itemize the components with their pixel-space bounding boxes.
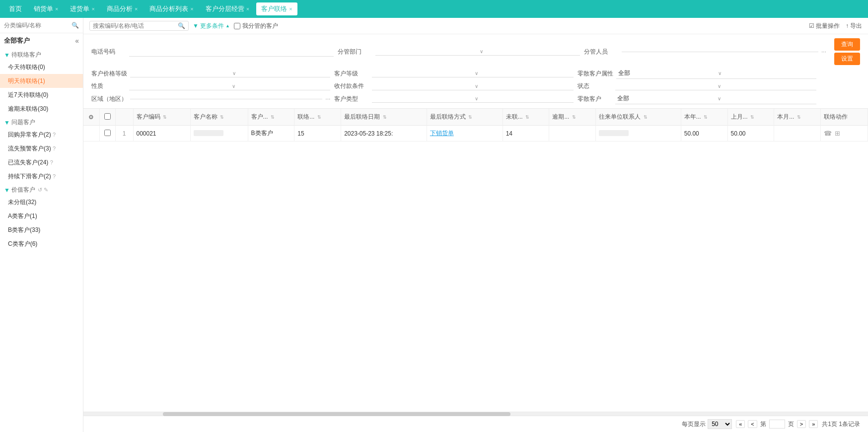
col-last-contact-method-header[interactable]: 最后联络方式 ⇅ [427, 109, 503, 126]
nav-product-analysis-close[interactable]: × [135, 6, 138, 12]
sidebar-item-class-c[interactable]: C类客户(6) [0, 237, 83, 251]
nav-product-analysis-list-close[interactable]: × [190, 6, 193, 12]
status-arrow-icon: ∨ [716, 82, 816, 90]
nav-sales[interactable]: 销货单 × [29, 2, 63, 15]
region-ellipsis[interactable]: ··· [325, 95, 330, 102]
top-nav: 首页 销货单 × 进货单 × 商品分析 × 商品分析列表 × 客户分层经营 × … [0, 0, 868, 18]
row-index-cell: 1 [115, 126, 133, 142]
sidebar-item-lost[interactable]: 已流失客户(24) ? [0, 155, 83, 169]
filter-dept-select[interactable]: ∨ [375, 48, 580, 56]
filter-customer-level-select[interactable]: ∨ [372, 70, 573, 77]
col-contact-header[interactable]: 联络... ⇅ [294, 109, 341, 126]
sidebar-item-today[interactable]: 今天待联络(0) [0, 60, 83, 74]
nav-home[interactable]: 首页 [4, 2, 27, 15]
scrollbar-thumb[interactable] [163, 412, 510, 416]
page-size-select[interactable]: 102050100 [708, 419, 732, 429]
sidebar-all-customers[interactable]: 全部客户 « [0, 33, 83, 48]
sidebar-item-ungrouped[interactable]: 未分组(32) [0, 195, 83, 209]
sidebar-search-input[interactable] [4, 22, 70, 29]
filter-nature-select[interactable]: ∨ [129, 82, 330, 90]
sidebar-group-pending-contact[interactable]: ▼ 待联络客户 [0, 48, 83, 60]
horizontal-scrollbar[interactable] [83, 412, 868, 416]
col-unit-contact-header[interactable]: 往来单位联系人 ⇅ [596, 109, 681, 126]
sidebar-search-icon[interactable]: 🔍 [72, 22, 79, 29]
my-customers-checkbox[interactable] [234, 23, 240, 29]
col-last-month-header[interactable]: 上月... ⇅ [727, 109, 774, 126]
col-customer-name-header[interactable]: 客户名称 ⇅ [191, 109, 248, 126]
col-last-contact-date-header[interactable]: 最后联络日期 ⇅ [341, 109, 427, 126]
manager-ellipsis[interactable]: ··· [821, 48, 826, 55]
row-customer-name-cell [191, 126, 248, 142]
row-last-contact-method-cell[interactable]: 下销货单 [427, 126, 503, 142]
setting-button[interactable]: 设置 [834, 53, 860, 65]
row-gear-cell [83, 126, 99, 142]
page-input[interactable]: 1 [769, 420, 785, 429]
sort-overdue-icon: ⇅ [572, 115, 576, 120]
contact-action-icon[interactable]: ☎ [824, 130, 832, 137]
filter-price-level-select[interactable]: ∨ [130, 70, 330, 77]
col-overdue-header[interactable]: 逾期... ⇅ [549, 109, 596, 126]
next-page-btn[interactable]: > [797, 420, 806, 428]
select-all-checkbox[interactable] [104, 113, 111, 120]
sidebar-item-class-a[interactable]: A类客户(1) [0, 209, 83, 223]
sidebar-search-area: 🔍 [0, 18, 83, 33]
nature-arrow-icon: ∨ [230, 82, 331, 90]
sidebar-item-overdue[interactable]: 逾期未联络(30) [0, 102, 83, 116]
sidebar-item-repeat-abnormal[interactable]: 回购异常客户(2) ? [0, 128, 83, 142]
col-customer-type-header[interactable]: 客户... ⇅ [248, 109, 294, 126]
filter-customer-type-select[interactable]: ∨ [372, 95, 573, 103]
row-this-month-cell [774, 126, 821, 142]
nav-customer-contact-close[interactable]: × [289, 6, 292, 12]
query-button[interactable]: 查询 [834, 38, 860, 51]
nav-customer-segment-close[interactable]: × [246, 6, 249, 12]
search-box[interactable]: 🔍 [89, 21, 189, 31]
sidebar-group-value-customers[interactable]: ▼ 价值客户 ↺ ✎ [0, 183, 83, 195]
filter-retail-attr-select[interactable]: 全部 ∨ [616, 68, 816, 79]
col-gear-header[interactable]: ⚙ [83, 109, 99, 126]
col-this-year-header[interactable]: 本年... ⇅ [681, 109, 727, 126]
col-uncontacted-header[interactable]: 未联... ⇅ [503, 109, 549, 126]
sidebar-item-lost-risk[interactable]: 流失预警客户(3) ? [0, 142, 83, 155]
filter-retail-customer-select[interactable]: 全部 ∨ [615, 93, 816, 104]
nav-product-analysis[interactable]: 商品分析 × [102, 2, 143, 15]
nav-product-analysis-list[interactable]: 商品分析列表 × [145, 2, 198, 15]
search-icon[interactable]: 🔍 [178, 22, 185, 29]
search-input[interactable] [93, 22, 176, 29]
filter-payment-select[interactable]: ∨ [372, 82, 573, 90]
filter-status-select[interactable]: ∨ [615, 82, 816, 90]
sidebar-item-class-b[interactable]: B类客户(33) [0, 223, 83, 237]
customer-type-arrow-icon: ∨ [473, 95, 574, 102]
col-this-month-header[interactable]: 本月... ⇅ [774, 109, 821, 126]
row-check-cell[interactable] [99, 126, 115, 142]
prev-page-btn[interactable]: < [748, 420, 757, 428]
qr-action-icon[interactable]: ⊞ [835, 130, 840, 137]
row-checkbox[interactable] [104, 130, 111, 136]
col-check-header[interactable] [99, 109, 115, 126]
filter-phone-input[interactable] [129, 47, 334, 57]
sort-unit-contact-icon: ⇅ [644, 115, 648, 120]
nav-customer-contact[interactable]: 客户联络 × [256, 2, 297, 15]
dept-arrow-icon: ∨ [478, 48, 580, 55]
row-this-year-cell: 50.00 [681, 126, 727, 142]
sidebar-collapse-icon[interactable]: « [75, 37, 79, 45]
batch-operation-btn[interactable]: ☑ 批量操作 [809, 22, 840, 30]
nav-sales-close[interactable]: × [55, 6, 58, 12]
filter-payment: 收付款条件 ∨ [334, 82, 573, 90]
my-customers-filter[interactable]: 我分管的客户 [234, 22, 278, 30]
nav-customer-segment[interactable]: 客户分层经营 × [201, 2, 254, 15]
filter-region: 区域（地区） ··· [91, 95, 330, 103]
sort-last-contact-method-icon: ⇅ [468, 115, 472, 120]
col-customer-code-header[interactable]: 客户编码 ⇅ [133, 109, 191, 126]
sidebar-group-problem-customers[interactable]: ▼ 问题客户 [0, 116, 83, 128]
nav-purchase-close[interactable]: × [91, 6, 94, 12]
sidebar-item-declining[interactable]: 持续下滑客户(2) ? [0, 169, 83, 183]
sidebar-item-7days[interactable]: 近7天待联络(0) [0, 88, 83, 102]
sidebar-item-tomorrow[interactable]: 明天待联络(1) [0, 74, 83, 88]
filter-row-4: 区域（地区） ··· 客户类型 ∨ 零散客户 全部 ∨ [91, 93, 860, 104]
sort-last-month-icon: ⇅ [750, 115, 754, 120]
nav-purchase[interactable]: 进货单 × [65, 2, 99, 15]
first-page-btn[interactable]: « [736, 420, 745, 428]
last-page-btn[interactable]: » [809, 420, 818, 428]
export-btn[interactable]: ↑ 导出 [846, 22, 862, 30]
filter-more-btn[interactable]: ▼ 更多条件 ▲ [193, 22, 230, 30]
